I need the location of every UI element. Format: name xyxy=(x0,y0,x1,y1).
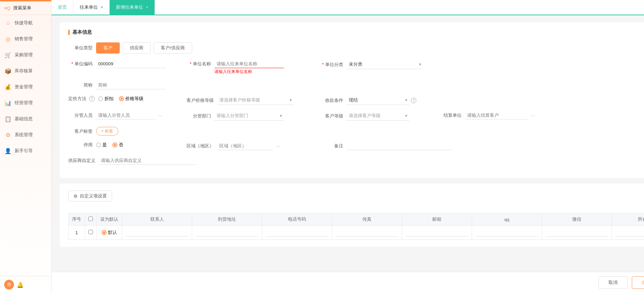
sidebar-item-basics[interactable]: 📋 基础信息 xyxy=(0,111,51,127)
supplier-custom-row: 供应商自定义 xyxy=(68,156,644,165)
sidebar-item-system[interactable]: ⚙ 系统管理 xyxy=(0,127,51,143)
pricing-method-radios: 折扣 价格等级 xyxy=(98,96,143,102)
sidebar-item-purchase[interactable]: 🛒 采购管理 xyxy=(0,47,51,63)
row-default: 默认 xyxy=(97,226,122,240)
row-contact-input[interactable] xyxy=(126,228,188,237)
manager-field: 分管人员 ··· xyxy=(68,111,187,120)
sales-icon: ◎ xyxy=(4,35,12,43)
sidebar-item-label: 基础信息 xyxy=(15,116,33,122)
customer-tag-label: 客户标签 xyxy=(68,128,96,135)
contacts-table: 序号 设为默认 联系人 到货地址 电话号码 传真 邮箱 qq 微信 所在地区 xyxy=(68,213,644,240)
col-wechat: 微信 xyxy=(542,213,612,226)
tab-counterparty-label: 往来单位 xyxy=(80,4,98,10)
sidebar-item-guide[interactable]: 👤 新手引导 xyxy=(0,143,51,159)
radio-discount[interactable]: 折扣 xyxy=(98,96,113,102)
region-dots-btn[interactable]: ··· xyxy=(274,143,281,149)
row-checkbox-cell xyxy=(85,226,97,240)
type-btn-customer[interactable]: 客户 xyxy=(96,42,120,54)
radio-disabled-no[interactable]: 否 xyxy=(112,142,123,148)
region-input[interactable] xyxy=(217,142,273,150)
radio-disabled-yes[interactable]: 是 xyxy=(96,142,107,148)
customer-price-level-label: 客户价格等级 xyxy=(187,97,217,104)
row-email-input[interactable] xyxy=(406,228,468,237)
remarks-field: 备注 xyxy=(319,142,644,150)
settlement-unit-dots-btn[interactable]: ··· xyxy=(529,113,536,118)
supplier-custom-input[interactable] xyxy=(99,156,196,165)
unit-name-input[interactable] xyxy=(214,60,284,68)
search-icon: ≡Q xyxy=(4,6,10,11)
payment-terms-select[interactable]: 现结 ▾ xyxy=(347,96,409,105)
settings-icon: ⚙ xyxy=(73,194,78,199)
chevron-down-icon: ▾ xyxy=(290,98,292,103)
manager-dots-btn[interactable]: ··· xyxy=(157,113,164,118)
payment-terms-help-icon[interactable]: ? xyxy=(411,98,416,103)
col-email: 邮箱 xyxy=(402,213,472,226)
add-tag-button[interactable]: + 标签 xyxy=(96,127,118,136)
remarks-input[interactable] xyxy=(347,142,451,150)
type-btn-supplier[interactable]: 供应商 xyxy=(123,42,151,54)
row-default-radio[interactable]: 默认 xyxy=(102,229,117,236)
home-icon: ⌂ xyxy=(4,19,12,27)
customer-tag-field: 客户标签 + 标签 xyxy=(68,127,644,136)
tab-counterparty[interactable]: 往来单位 × xyxy=(73,0,110,15)
manager-input[interactable] xyxy=(96,111,155,120)
department-select[interactable]: 请输入分管部门 ▾ xyxy=(214,111,284,121)
unit-code-input[interactable] xyxy=(96,60,166,68)
operations-icon: 📊 xyxy=(4,99,12,107)
row-fax-input[interactable] xyxy=(336,228,398,237)
sidebar-search[interactable]: ≡Q 搜索菜单 xyxy=(0,1,51,15)
row-address-input[interactable] xyxy=(196,228,258,237)
col-seq: 序号 xyxy=(69,213,85,226)
row-phone-input[interactable] xyxy=(266,228,328,237)
sidebar-item-operations[interactable]: 📊 经营管理 xyxy=(0,95,51,111)
table-card: ⚙ 自定义项设置 🗑 批量删除 序号 设为默认 联系人 到货地址 xyxy=(60,184,644,247)
row-region-input[interactable] xyxy=(615,228,644,237)
payment-terms-label: 收款条件 xyxy=(319,97,347,104)
section-title-text: 基本信息 xyxy=(72,29,92,35)
short-name-input[interactable] xyxy=(96,81,166,89)
save-button[interactable]: 保存 xyxy=(632,276,644,289)
row-email xyxy=(402,226,472,240)
sidebar-item-label: 销售管理 xyxy=(15,36,33,42)
cancel-button[interactable]: 取消 xyxy=(598,276,628,289)
col-address: 到货地址 xyxy=(192,213,262,226)
col-qq: qq xyxy=(472,213,542,226)
row-wechat xyxy=(542,226,612,240)
settlement-unit-input[interactable] xyxy=(465,111,528,120)
customer-price-level-select[interactable]: 请选择客户价格等级 ▾ xyxy=(217,96,294,105)
type-btn-both[interactable]: 客户/供应商 xyxy=(154,42,192,54)
sidebar-item-label: 快捷导航 xyxy=(15,20,33,26)
tab-counterparty-close[interactable]: × xyxy=(101,5,103,10)
unit-type-field: 单位类型 客户 供应商 客户/供应商 xyxy=(68,42,192,54)
unit-code-field: *单位编码 xyxy=(68,60,187,68)
unit-category-label: *单位分类 xyxy=(319,62,347,68)
tab-home[interactable]: 首页 xyxy=(52,0,73,15)
radio-dot xyxy=(120,98,123,100)
radio-price-level[interactable]: 价格等级 xyxy=(119,96,143,102)
settlement-unit-label: 结算单位 xyxy=(437,112,465,119)
radio-circle-no xyxy=(112,143,117,147)
customer-price-level-field: 客户价格等级 请选择客户价格等级 ▾ xyxy=(187,96,319,105)
section-title-icon xyxy=(68,30,70,35)
sidebar-item-inventory[interactable]: 📦 库存核算 xyxy=(0,63,51,79)
tab-new-counterparty[interactable]: 新增往来单位 × xyxy=(110,0,155,15)
sidebar-item-quick-nav[interactable]: ⌂ 快捷导航 xyxy=(0,15,51,31)
unit-category-select[interactable]: 未分类 ▾ xyxy=(347,60,423,69)
customer-tag-row: 客户标签 + 标签 xyxy=(68,127,644,136)
finance-icon: 💰 xyxy=(4,83,12,91)
custom-settings-button[interactable]: ⚙ 自定义项设置 xyxy=(68,190,112,202)
sidebar-item-sales[interactable]: ◎ 销售管理 xyxy=(0,31,51,47)
row-contact xyxy=(122,226,192,240)
sidebar-bottom: 用 🔔 xyxy=(0,276,51,293)
tab-new-counterparty-close[interactable]: × xyxy=(146,5,148,10)
select-all-checkbox[interactable] xyxy=(88,217,93,221)
settlement-unit-field: 结算单位 ··· xyxy=(437,111,644,120)
customer-level-select[interactable]: 请选择客户等级 ▾ xyxy=(347,111,409,121)
row-wechat-input[interactable] xyxy=(545,228,608,237)
pricing-method-help-icon[interactable]: ? xyxy=(89,96,95,101)
row-checkbox[interactable] xyxy=(88,230,93,234)
table-row: 1 默认 xyxy=(69,226,644,240)
sidebar-item-finance[interactable]: 💰 资金管理 xyxy=(0,79,51,95)
row-qq-input[interactable] xyxy=(476,228,538,237)
unit-type-label: 单位类型 xyxy=(68,45,96,51)
